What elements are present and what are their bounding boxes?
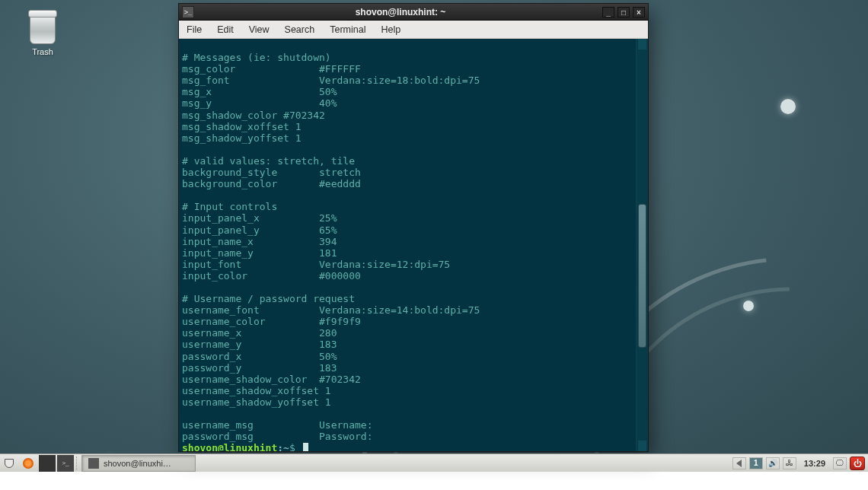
trash-can-icon xyxy=(30,14,56,44)
menu-bar[interactable]: File Edit View Search Terminal Help xyxy=(179,21,648,39)
show-desktop-button[interactable] xyxy=(39,455,56,472)
close-button[interactable]: × xyxy=(633,7,645,18)
firefox-icon xyxy=(23,458,34,469)
scroll-down-arrow-icon[interactable] xyxy=(638,441,646,451)
taskbar[interactable]: >_ shovon@linuxhi… 1 🔊 🖧 13:29 🖵 ⏻ xyxy=(0,453,868,472)
clock[interactable]: 13:29 xyxy=(799,459,830,468)
system-tray[interactable]: 1 🔊 🖧 13:29 🖵 ⏻ xyxy=(729,457,868,470)
power-button[interactable]: ⏻ xyxy=(850,457,865,470)
trash-label: Trash xyxy=(23,47,62,56)
firefox-launcher[interactable] xyxy=(19,455,37,472)
terminal-viewport[interactable]: # Messages (ie: shutdown) msg_color #FFF… xyxy=(179,39,648,451)
desktop[interactable]: Trash shovon@linuxhint: ~ _ □ × File Edi… xyxy=(0,0,868,472)
tray-volume-icon[interactable]: 🔊 xyxy=(766,457,780,469)
separator xyxy=(76,457,80,470)
window-title: shovon@linuxhint: ~ xyxy=(199,7,602,18)
wallpaper-dot xyxy=(780,99,796,114)
prompt-path: ~ xyxy=(283,442,289,451)
titlebar[interactable]: shovon@linuxhint: ~ _ □ × xyxy=(179,4,648,21)
tray-network-icon[interactable]: 🖧 xyxy=(783,457,796,469)
prompt-end: $ xyxy=(289,442,302,451)
maximize-button[interactable]: □ xyxy=(617,7,630,18)
scrollbar[interactable] xyxy=(636,39,648,451)
terminal-output: # Messages (ie: shutdown) msg_color #FFF… xyxy=(182,40,645,442)
trash-icon[interactable]: Trash xyxy=(23,14,62,56)
minimize-button[interactable]: _ xyxy=(602,7,614,18)
wallpaper-dot xyxy=(743,301,754,311)
mouse-icon xyxy=(5,459,14,468)
task-title: shovon@linuxhi… xyxy=(104,459,171,468)
scroll-thumb[interactable] xyxy=(638,204,646,348)
menu-file[interactable]: File xyxy=(179,21,209,39)
scroll-up-arrow-icon[interactable] xyxy=(638,39,646,49)
menu-help[interactable]: Help xyxy=(373,21,408,39)
terminal-icon xyxy=(182,6,194,18)
menu-edit[interactable]: Edit xyxy=(209,21,241,39)
prompt-sep: : xyxy=(277,442,283,451)
start-menu-button[interactable] xyxy=(1,455,18,472)
taskbar-item-terminal[interactable]: shovon@linuxhi… xyxy=(81,455,196,472)
terminal-launcher[interactable]: >_ xyxy=(57,455,74,472)
collapse-icon xyxy=(736,460,742,467)
tray-indicator[interactable] xyxy=(732,457,746,469)
terminal-icon xyxy=(88,458,99,469)
menu-terminal[interactable]: Terminal xyxy=(322,21,373,39)
tray-workspace[interactable]: 1 xyxy=(749,457,763,469)
menu-view[interactable]: View xyxy=(241,21,277,39)
tray-display-icon[interactable]: 🖵 xyxy=(833,457,847,469)
terminal-prompt[interactable]: shovon@linuxhint:~$ xyxy=(182,442,645,451)
cursor xyxy=(303,443,308,451)
terminal-window[interactable]: shovon@linuxhint: ~ _ □ × File Edit View… xyxy=(178,3,649,452)
menu-search[interactable]: Search xyxy=(277,21,323,39)
prompt-user: shovon@linuxhint xyxy=(182,442,277,451)
